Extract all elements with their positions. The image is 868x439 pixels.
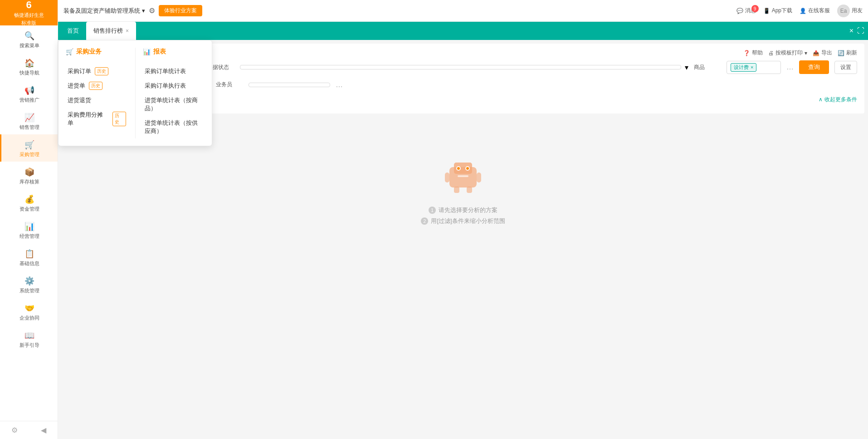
export-btn[interactable]: 📤 导出	[813, 49, 832, 57]
collapse-label: 收起更多条件	[824, 96, 857, 104]
system-title-dropdown[interactable]: 装备及固定资产辅助管理系统 ▾	[63, 7, 145, 15]
service-label: 在线客服	[808, 7, 830, 15]
tab-close-all-icon[interactable]: ×	[849, 27, 853, 35]
sidebar-settings-btn[interactable]: ⚙	[11, 426, 18, 434]
svg-rect-10	[467, 187, 472, 193]
sidebar-item-label: 新手引导	[20, 342, 39, 349]
sidebar-item-base[interactable]: 📋 基础信息	[0, 243, 58, 271]
tip-text-2: 用[过滤]条件来缩小分析范围	[431, 217, 505, 225]
export-icon: 📤	[813, 50, 819, 56]
sidebar-item-newbie[interactable]: 📖 新手引导	[0, 325, 58, 352]
settings-btn[interactable]: 设置	[834, 61, 857, 74]
empty-illustration	[440, 153, 486, 199]
print-btn[interactable]: 🖨 按模板打印 ▾	[768, 49, 807, 57]
user-item[interactable]: Ea 用友	[837, 5, 863, 17]
reports-col: 📊 报表 采购订单统计表 采购订单执行表 进货单统计表（按商品） 进货单统计表（…	[143, 48, 205, 138]
topbar-right: 💬 9 消息 📱 App下载 👤 在线客服 Ea 用友	[736, 5, 863, 17]
sidebar-item-marketing[interactable]: 📢 营销推广	[0, 80, 58, 107]
sidebar-item-sales[interactable]: 📈 销售管理	[0, 107, 58, 134]
sidebar-item-operations[interactable]: 📊 经营管理	[0, 216, 58, 243]
online-service-item[interactable]: 👤 在线客服	[800, 7, 830, 15]
help-label: 帮助	[752, 49, 763, 57]
popup-cols: 🛒 采购业务 采购订单 历史 进货单 历史 进货退货 采购费用分摊单 历史	[66, 48, 205, 138]
purchase-expense-label: 采购费用分摊单	[68, 111, 109, 127]
money-icon: 💰	[24, 194, 34, 204]
tabs-right: × ⛶	[849, 27, 868, 35]
sidebar-logo: 6 畅捷通好生意 标准版	[0, 0, 58, 25]
report-item-goods-stats-by-goods[interactable]: 进货单统计表（按商品）	[143, 93, 205, 116]
report-label-0: 采购订单统计表	[145, 67, 186, 75]
reports-col-title: 📊 报表	[143, 48, 205, 59]
sidebar-item-quick-nav[interactable]: 🏠 快捷导航	[0, 53, 58, 80]
cart-icon: 🛒	[24, 140, 34, 150]
sidebar-item-label: 销售管理	[20, 124, 39, 131]
purchase-order-label: 采购订单	[68, 67, 91, 75]
message-item[interactable]: 💬 9 消息	[736, 7, 756, 15]
report-item-purchase-order-stats[interactable]: 采购订单统计表	[143, 64, 205, 79]
tab-home-label: 首页	[67, 27, 79, 35]
goods-tag: 设计费 ×	[731, 63, 756, 72]
tab-sales-rank[interactable]: 销售排行榜 ×	[86, 22, 136, 40]
goods-tag-text: 设计费	[734, 64, 749, 71]
report-label-1: 采购订单执行表	[145, 82, 186, 90]
sidebar-item-label: 系统管理	[20, 287, 39, 294]
app-download-item[interactable]: 📱 App下载	[763, 7, 792, 15]
report-item-purchase-order-exec[interactable]: 采购订单执行表	[143, 79, 205, 93]
sidebar-item-finance[interactable]: 💰 资金管理	[0, 189, 58, 216]
menu-item-purchase-order[interactable]: 采购订单 历史	[66, 64, 128, 79]
doc-status-input[interactable]	[240, 65, 681, 69]
refresh-icon: 🔄	[838, 50, 844, 56]
industry-btn[interactable]: 体验行业方案	[159, 5, 202, 16]
app-label: App下载	[772, 7, 792, 15]
history-badge-1[interactable]: 历史	[89, 82, 102, 90]
staff-more-btn[interactable]: …	[336, 81, 343, 89]
service-icon: 👤	[800, 8, 806, 14]
menu-item-goods-receipt[interactable]: 进货单 历史	[66, 79, 128, 93]
tip-num-2: 2	[421, 217, 428, 225]
help-btn[interactable]: ❓ 帮助	[743, 49, 763, 57]
sidebar-item-label: 资金管理	[20, 206, 39, 212]
user-label: 用友	[852, 7, 863, 15]
menu-item-purchase-expense[interactable]: 采购费用分摊单 历史	[66, 108, 128, 130]
svg-point-4	[457, 167, 460, 170]
bar-chart-icon: 📊	[24, 222, 34, 232]
sidebar-item-purchase[interactable]: 🛒 采购管理	[0, 134, 58, 162]
goods-input[interactable]: 设计费 ×	[727, 61, 781, 74]
sidebar-nav: 🔍 搜索菜单 🏠 快捷导航 📢 营销推广 📈 销售管理 🛒 采购管理 📦 库存核…	[0, 25, 58, 421]
query-btn[interactable]: 查询	[799, 60, 829, 74]
purchase-col-title: 🛒 采购业务	[66, 48, 128, 59]
message-badge: 9	[751, 5, 759, 12]
report-item-goods-stats-by-supplier[interactable]: 进货单统计表（按供应商）	[143, 116, 205, 138]
menu-item-goods-return[interactable]: 进货退货	[66, 93, 128, 108]
sidebar-item-label: 营销推广	[20, 97, 39, 104]
goods-tag-close[interactable]: ×	[751, 64, 753, 70]
sidebar-item-search[interactable]: 🔍 搜索菜单	[0, 25, 58, 53]
empty-tip-1: 1 请先选择要分析的方案	[429, 206, 497, 214]
svg-rect-7	[445, 173, 449, 183]
logo-icon: 6	[26, 0, 31, 11]
tab-close-icon[interactable]: ×	[126, 28, 129, 34]
goods-more-btn[interactable]: …	[786, 63, 794, 71]
sidebar-item-enterprise[interactable]: 🤝 企业协同	[0, 298, 58, 325]
box-icon: 📦	[24, 167, 34, 177]
tab-home[interactable]: 首页	[60, 22, 86, 40]
system-title: 装备及固定资产辅助管理系统	[63, 7, 140, 15]
tab-fullscreen-icon[interactable]: ⛶	[857, 27, 864, 35]
sidebar-item-stock[interactable]: 📦 库存核算	[0, 162, 58, 189]
topbar: 装备及固定资产辅助管理系统 ▾ ⚙ 体验行业方案 💬 9 消息 📱 App下载 …	[58, 0, 868, 22]
collapse-btn[interactable]: ∧ 收起更多条件	[819, 96, 857, 104]
tab-sales-rank-label: 销售排行榜	[93, 27, 123, 35]
sidebar-item-label: 经营管理	[20, 233, 39, 240]
chart-icon: 📈	[24, 113, 34, 123]
sidebar-item-label: 基础信息	[20, 260, 39, 267]
tip-text-1: 请先选择要分析的方案	[439, 206, 497, 214]
refresh-label: 刷新	[846, 49, 857, 57]
sidebar-item-system[interactable]: ⚙️ 系统管理	[0, 271, 58, 298]
history-badge-0[interactable]: 历史	[95, 67, 108, 75]
topbar-settings-icon[interactable]: ⚙	[149, 6, 155, 15]
refresh-btn[interactable]: 🔄 刷新	[838, 49, 857, 57]
sidebar-collapse-btn[interactable]: ◀	[41, 426, 46, 434]
handshake-icon: 🤝	[24, 303, 34, 313]
staff-input[interactable]	[249, 83, 330, 87]
history-badge-3[interactable]: 历史	[112, 112, 126, 126]
